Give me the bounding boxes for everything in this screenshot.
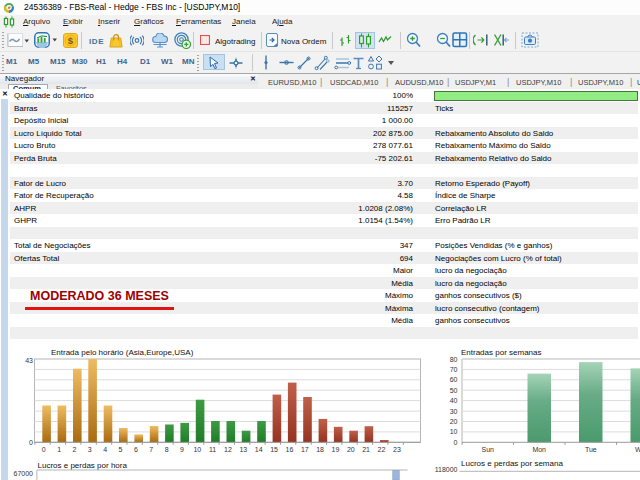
svg-text:Entradas por semanas: Entradas por semanas [461,348,542,357]
svg-text:Mon: Mon [532,446,546,453]
svg-text:67000: 67000 [14,470,34,477]
svg-text:8: 8 [165,446,169,453]
svg-text:60: 60 [450,376,458,383]
svg-text:7: 7 [149,446,153,453]
svg-text:15: 15 [270,446,278,453]
svg-text:14: 14 [255,446,263,453]
svg-text:0: 0 [29,439,33,446]
svg-text:2: 2 [73,446,77,453]
svg-text:Lucros e perdas por hora: Lucros e perdas por hora [38,461,128,470]
svg-text:0: 0 [454,439,458,446]
svg-text:6: 6 [134,446,138,453]
svg-text:5: 5 [119,446,123,453]
svg-text:23: 23 [393,446,401,453]
svg-text:Sun: Sun [482,446,495,453]
svg-text:9: 9 [180,446,184,453]
svg-text:21: 21 [362,446,370,453]
svg-text:3: 3 [88,446,92,453]
svg-text:0: 0 [42,446,46,453]
svg-text:Wed: Wed [635,446,640,453]
svg-text:80: 80 [450,356,458,363]
svg-text:12: 12 [224,446,232,453]
svg-text:Lucros e perdas por semana: Lucros e perdas por semana [461,459,563,468]
svg-text:19: 19 [332,446,340,453]
svg-text:4: 4 [103,446,107,453]
svg-text:70: 70 [450,366,458,373]
svg-text:40: 40 [450,397,458,404]
svg-text:10: 10 [450,428,458,435]
svg-text:10: 10 [193,446,201,453]
svg-text:17: 17 [301,446,309,453]
svg-text:18: 18 [316,446,324,453]
svg-text:$: $ [68,35,74,46]
svg-text:43: 43 [25,357,33,364]
svg-text:30: 30 [450,408,458,415]
svg-text:20: 20 [450,418,458,425]
svg-text:50: 50 [450,387,458,394]
svg-text:Entrada pelo horário (Asia,Eur: Entrada pelo horário (Asia,Europe,USA) [51,348,194,357]
svg-text:11: 11 [209,446,216,453]
svg-text:13: 13 [239,446,247,453]
svg-text:16: 16 [286,446,294,453]
svg-text:20: 20 [347,446,355,453]
svg-text:118000: 118000 [435,466,458,473]
svg-text:22: 22 [378,446,386,453]
svg-text:Tue: Tue [585,446,597,453]
svg-text:1: 1 [57,446,61,453]
